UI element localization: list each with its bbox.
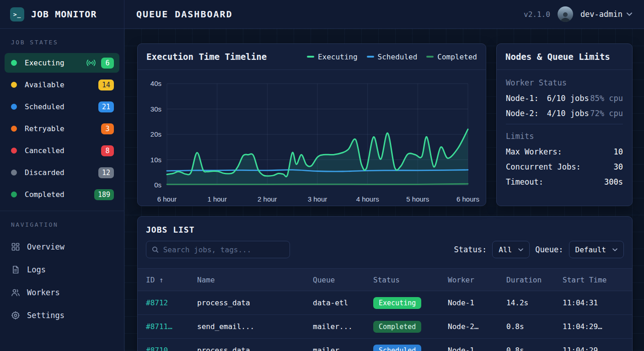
job-worker: Node-1: [448, 346, 506, 351]
search-input[interactable]: [163, 245, 284, 254]
sidebar-state-scheduled[interactable]: Scheduled21: [5, 97, 119, 117]
state-count-badge: 3: [101, 123, 114, 134]
worker-status-row: Node-2:4/10 jobs72% cpu: [506, 109, 623, 118]
job-row-8710[interactable]: #8710process_datamailerScheduledNode-10.…: [138, 339, 632, 351]
nodes-panel-title: Nodes & Queue Limits: [505, 52, 610, 62]
svg-text:40s: 40s: [150, 80, 161, 87]
job-worker: Node-1: [448, 298, 506, 307]
svg-text:6 hour: 6 hour: [157, 195, 177, 203]
app-title: JOB MONITOR: [31, 9, 97, 20]
state-label: Retryable: [25, 124, 64, 133]
state-count-badge: 14: [98, 80, 114, 90]
chevron-down-icon: [627, 12, 632, 16]
job-duration: 0.8s: [506, 322, 563, 331]
column-header-queue[interactable]: Queue: [313, 276, 373, 284]
column-header-name[interactable]: Name: [197, 276, 313, 284]
nav-item-workers[interactable]: Workers: [0, 281, 124, 304]
state-label: Completed: [25, 190, 64, 199]
legend-item-completed: Completed: [426, 53, 477, 61]
nav-item-overview[interactable]: Overview: [0, 235, 124, 258]
legend-label: Scheduled: [378, 53, 418, 61]
panel-divider: [506, 124, 623, 124]
settings-gear-icon: [11, 311, 20, 320]
legend-label: Executing: [318, 53, 358, 61]
status-filter-select[interactable]: All: [492, 241, 530, 258]
job-id-link[interactable]: #8711…: [146, 322, 197, 331]
job-id-link[interactable]: #8712: [146, 298, 197, 307]
state-dot: [11, 170, 17, 176]
limits-label: Limits: [506, 132, 623, 141]
job-start-time: 11:04:29: [563, 346, 633, 351]
sidebar-state-completed[interactable]: Completed189: [5, 185, 119, 204]
worker-status-rows: Node-1:6/10 jobs85% cpuNode-2:4/10 jobs7…: [506, 94, 623, 118]
svg-text:1 hour: 1 hour: [207, 195, 227, 203]
queue-filter-select[interactable]: Default: [569, 241, 624, 258]
sidebar-divider: [0, 211, 124, 211]
job-duration: 0.8s: [506, 346, 563, 351]
column-header-id[interactable]: ID ↑: [146, 276, 197, 284]
state-label: Cancelled: [25, 146, 64, 155]
job-status-cell: Completed: [373, 321, 448, 333]
job-states-header: JOB STATES: [0, 39, 124, 46]
sidebar-state-retryable[interactable]: Retryable3: [5, 119, 119, 138]
legend-label: Completed: [437, 53, 477, 61]
job-status-cell: Executing: [373, 297, 448, 309]
limit-label: Timeout:: [506, 177, 543, 186]
svg-text:6 hours: 6 hours: [456, 195, 479, 203]
logs-file-icon: [11, 265, 20, 274]
nav-item-settings[interactable]: Settings: [0, 304, 124, 327]
status-filter-label: Status:: [454, 245, 487, 254]
worker-status-row: Node-1:6/10 jobs85% cpu: [506, 94, 623, 103]
avatar-silhouette-icon: [559, 11, 571, 22]
sidebar-state-cancelled[interactable]: Cancelled8: [5, 141, 119, 160]
user-avatar[interactable]: [558, 6, 573, 22]
job-queue: data-etl: [313, 298, 373, 307]
job-row-8711[interactable]: #8711…send_email...mailer...CompletedNod…: [138, 315, 632, 339]
limit-value: 30: [614, 162, 623, 171]
svg-text:2 hour: 2 hour: [258, 195, 277, 203]
main-content: Execution Time Timeline ExecutingSchedul…: [124, 29, 644, 351]
legend-item-executing: Executing: [307, 53, 358, 61]
svg-text:4 hours: 4 hours: [356, 195, 379, 203]
limit-label: Max Workers:: [506, 147, 562, 156]
workers-users-icon: [11, 288, 20, 297]
svg-text:30s: 30s: [150, 105, 161, 113]
navigation-header: NAVIGATION: [0, 221, 124, 228]
nav-item-label: Settings: [27, 311, 64, 320]
limit-value: 300s: [604, 177, 623, 186]
state-dot: [11, 126, 17, 132]
terminal-icon: >_: [10, 7, 24, 21]
sidebar-state-executing[interactable]: Executing6: [5, 53, 119, 73]
jobs-table-header: ID ↑NameQueueStatusWorkerDurationStart T…: [138, 268, 632, 291]
jobs-search[interactable]: [146, 241, 290, 258]
state-count-badge: 21: [98, 101, 114, 112]
chart-title: Execution Time Timeline: [146, 52, 267, 62]
column-header-status[interactable]: Status: [373, 276, 448, 284]
sidebar-state-available[interactable]: Available14: [5, 75, 119, 95]
legend-swatch: [426, 56, 434, 58]
state-count-badge: 12: [98, 167, 114, 178]
sidebar-state-discarded[interactable]: Discarded12: [5, 163, 119, 182]
state-label: Available: [25, 80, 64, 89]
worker-name: Node-2:: [506, 109, 539, 118]
svg-text:3 hour: 3 hour: [308, 195, 327, 203]
column-header-duration[interactable]: Duration: [506, 276, 563, 284]
column-header-start-time[interactable]: Start Time: [563, 276, 633, 284]
page-title: QUEUE DASHBOARD: [136, 9, 233, 20]
nav-item-label: Overview: [27, 242, 64, 251]
state-label: Executing: [25, 58, 64, 67]
job-duration: 14.2s: [506, 298, 563, 307]
job-row-8712[interactable]: #8712process_datadata-etlExecutingNode-1…: [138, 291, 632, 315]
job-name: send_email...: [197, 322, 313, 331]
overview-grid-icon: [11, 242, 20, 251]
nav-item-logs[interactable]: Logs: [0, 258, 124, 281]
state-dot: [11, 104, 17, 110]
column-header-worker[interactable]: Worker: [448, 276, 506, 284]
user-menu[interactable]: dev-admin: [580, 10, 632, 19]
job-id-link[interactable]: #8710: [146, 346, 197, 351]
limit-row: Max Workers:10: [506, 147, 623, 156]
job-queue: mailer...: [313, 322, 373, 331]
legend-swatch: [367, 56, 374, 58]
state-label: Discarded: [25, 168, 64, 177]
worker-cpu: 72% cpu: [590, 109, 623, 118]
